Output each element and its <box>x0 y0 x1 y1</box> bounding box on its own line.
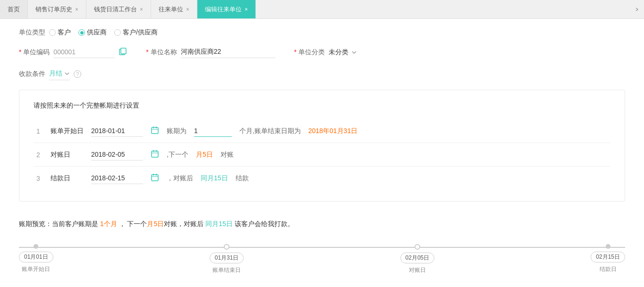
unit-code-label: 单位编码 <box>19 48 50 57</box>
timeline-label-3: 结款日 <box>600 265 617 273</box>
payment-terms-select[interactable]: 月结 <box>49 68 70 80</box>
radio-customer-supplier-label: 客户/供应商 <box>123 28 158 37</box>
svg-rect-10 <box>152 175 158 181</box>
period-payment-date-input[interactable] <box>91 172 143 184</box>
period-row3-prefix: ，对账后 <box>167 174 193 183</box>
timeline-point-3: 02月15日 结款日 <box>591 244 625 273</box>
timeline-wrapper: 01月01日 账单开始日 01月31日 账单结束日 02月05日 对账日 02月… <box>19 236 625 279</box>
period-row2-suffix: 对账 <box>220 151 234 159</box>
tab-home-label: 首页 <box>8 5 20 14</box>
unit-category-value: 未分类 <box>329 48 348 57</box>
tab-edit-partner[interactable]: 编辑往来单位 × <box>197 0 256 18</box>
period-num-1: 1 <box>34 127 43 135</box>
timeline-badge-1: 01月31日 <box>210 253 244 263</box>
timeline-point-0: 01月01日 账单开始日 <box>19 244 53 273</box>
tab-partner-close[interactable]: × <box>186 6 189 13</box>
copy-icon[interactable] <box>119 47 127 58</box>
payment-terms-value: 月结 <box>49 69 62 78</box>
period-reconcile-cal-icon[interactable] <box>151 150 159 160</box>
payment-terms-row: 收款条件 月结 ? <box>19 68 625 80</box>
unit-code-input[interactable] <box>53 46 115 58</box>
period-months-input[interactable] <box>194 125 232 137</box>
radio-customer-supplier-circle <box>114 29 121 36</box>
period-num-2: 2 <box>34 151 43 159</box>
timeline-point-2: 02月05日 对账日 <box>400 244 435 274</box>
period-field-1: 账单开始日 <box>51 127 84 135</box>
tab-sales-order-label: 销售订单历史 <box>35 5 72 14</box>
period-row2-highlight: 月5日 <box>196 151 213 159</box>
svg-rect-6 <box>152 151 158 157</box>
period-num-3: 3 <box>34 175 43 182</box>
radio-supplier-circle <box>78 29 85 36</box>
unit-category-group: 单位分类 未分类 <box>294 48 357 57</box>
unit-name-label: 单位名称 <box>146 48 177 57</box>
timeline-badge-0: 01月01日 <box>19 252 53 262</box>
unit-name-group: 单位名称 <box>146 46 275 58</box>
preview-part3-suffix: 该客户会给我打款。 <box>235 220 294 228</box>
period-title: 请按照未来的一个完整帐期进行设置 <box>34 101 610 110</box>
period-row3-suffix: 结款 <box>236 174 249 183</box>
tab-partner[interactable]: 往来单位 × <box>151 0 197 18</box>
preview-comma1: ， <box>119 220 126 228</box>
svg-rect-2 <box>152 127 158 134</box>
svg-rect-1 <box>121 48 126 54</box>
tab-sales-order[interactable]: 销售订单历史 × <box>28 0 86 18</box>
radio-supplier-label: 供应商 <box>87 28 107 37</box>
preview-part2-prefix: 下一个 <box>127 220 147 228</box>
period-row-3: 3 结款日 ，对账后同月15日结款 <box>34 167 610 190</box>
unit-name-input[interactable] <box>181 46 275 58</box>
period-start-date-input[interactable] <box>91 125 143 137</box>
period-row-2: 2 对账日 ,下一个月5日对账 <box>34 143 610 167</box>
tab-cash-work[interactable]: 钱货日清工作台 × <box>86 0 151 18</box>
timeline-badge-2: 02月05日 <box>400 253 435 263</box>
timeline-label-1: 账单结束日 <box>212 266 241 274</box>
period-start-cal-icon[interactable] <box>151 126 159 136</box>
period-row-1: 1 账单开始日 账期为 个月,账单结束日期为 2018年01月31日 <box>34 119 610 143</box>
radio-customer[interactable]: 客户 <box>49 28 71 37</box>
period-row3-highlight: 同月15日 <box>201 174 228 183</box>
preview-row: 账期预览：当前客户账期是 1个月 ， 下一个月5日对账，对账后 同月15日 该客… <box>19 211 625 236</box>
period-unit-label: 个月,账单结束日期为 <box>239 127 301 135</box>
tab-cash-work-label: 钱货日清工作台 <box>94 5 137 14</box>
tab-home[interactable]: 首页 <box>0 0 28 18</box>
timeline-dot-0 <box>34 244 38 249</box>
unit-info-row: 单位编码 单位名称 单位分类 未分类 <box>19 46 625 58</box>
radio-group: 客户 供应商 客户/供应商 <box>49 28 158 37</box>
period-field-3: 结款日 <box>51 174 84 183</box>
radio-customer-label: 客户 <box>58 28 71 37</box>
unit-type-group: 单位类型 客户 供应商 客户/供应商 <box>19 28 158 37</box>
unit-category-label: 单位分类 <box>294 48 325 57</box>
preview-part2-highlight: 月5日 <box>147 220 164 228</box>
preview-part1: 1个月 <box>100 220 117 228</box>
radio-customer-supplier[interactable]: 客户/供应商 <box>114 28 158 37</box>
unit-category-select[interactable]: 未分类 <box>329 48 357 57</box>
period-end-date-highlight: 2018年01月31日 <box>308 127 357 135</box>
tab-sales-order-close[interactable]: × <box>75 6 78 13</box>
radio-supplier[interactable]: 供应商 <box>78 28 107 37</box>
period-reconcile-date-input[interactable] <box>91 149 143 160</box>
timeline-label-2: 对账日 <box>409 266 426 274</box>
period-payment-cal-icon[interactable] <box>151 173 159 184</box>
tab-partner-label: 往来单位 <box>159 5 183 14</box>
payment-chevron-down-icon <box>64 71 70 76</box>
unit-type-row: 单位类型 客户 供应商 客户/供应商 <box>19 28 625 37</box>
tab-edit-partner-close[interactable]: × <box>245 6 248 13</box>
timeline-dot-1 <box>224 244 229 250</box>
preview-part3-highlight: 同月15日 <box>205 220 233 228</box>
timeline-point-1: 01月31日 账单结束日 <box>210 244 244 274</box>
tab-cash-work-close[interactable]: × <box>140 6 143 13</box>
preview-part2-suffix: 对账，对账后 <box>164 220 203 228</box>
radio-customer-circle <box>49 29 56 36</box>
chevron-down-icon <box>351 50 357 55</box>
timeline-dot-2 <box>415 244 420 250</box>
main-content: 单位类型 客户 供应商 客户/供应商 单位编码 <box>0 19 644 287</box>
unit-type-label: 单位类型 <box>19 28 45 37</box>
timeline-points: 01月01日 账单开始日 01月31日 账单结束日 02月05日 对账日 02月… <box>19 244 625 274</box>
tab-bar: 首页 销售订单历史 × 钱货日清工作台 × 往来单位 × 编辑往来单位 × <box>0 0 644 19</box>
chevron-right-icon <box>635 7 639 12</box>
period-label-1: 账期为 <box>167 127 186 135</box>
tab-more-button[interactable] <box>630 0 644 18</box>
timeline-badge-3: 02月15日 <box>591 252 625 262</box>
preview-label: 账期预览：当前客户账期是 <box>19 220 98 228</box>
help-icon[interactable]: ? <box>74 70 81 78</box>
